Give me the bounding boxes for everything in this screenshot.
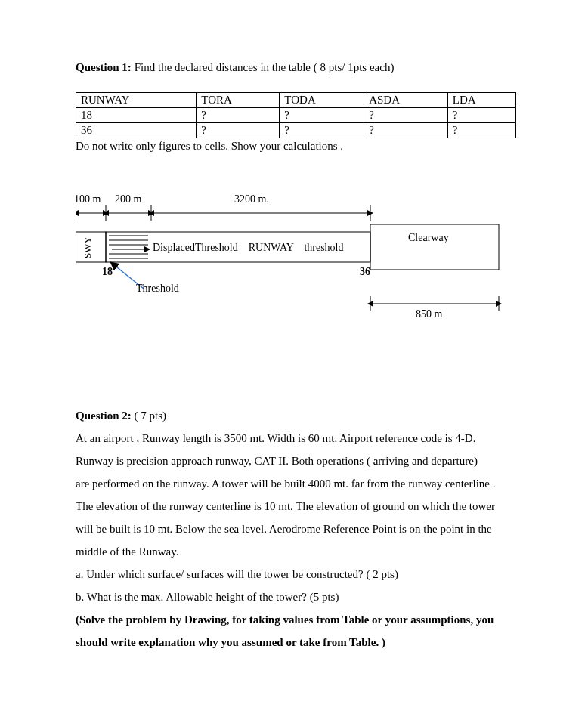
cell: ? — [280, 123, 364, 138]
question-2: Question 2: ( 7 pts) At an airport , Run… — [76, 406, 516, 651]
table-row: 18 ? ? ? ? — [76, 108, 516, 123]
runway-diagram: 100 m 200 m 3200 m. SWY DisplacedThresho… — [76, 190, 514, 341]
cell: ? — [364, 108, 448, 123]
q1-title: Question 1: — [76, 61, 132, 73]
threshold-callout: Threshold — [136, 283, 179, 295]
dim-100m: 100 m — [74, 193, 101, 205]
table-row: 36 ? ? ? ? — [76, 123, 516, 138]
cell: 18 — [76, 108, 197, 123]
q2-solve-line: should write explanation why you assumed… — [76, 633, 516, 651]
runway-svg — [76, 190, 514, 341]
clearway-label: Clearway — [408, 232, 449, 244]
q2-line: Runway is precision approach runway, CAT… — [76, 452, 516, 470]
runway-label: RUNWAY — [249, 242, 294, 253]
q2-title: Question 2: — [76, 409, 132, 422]
q1-prompt: Find the declared distances in the table… — [135, 61, 395, 73]
col-tora: TORA — [197, 93, 280, 108]
threshold-right-label: threshold — [304, 242, 343, 253]
cell: ? — [447, 123, 515, 138]
dim-3200m: 3200 m. — [234, 193, 269, 205]
swy-label: SWY — [82, 236, 94, 258]
runway-end-36: 36 — [360, 266, 370, 278]
col-lda: LDA — [447, 93, 515, 108]
cell: ? — [364, 123, 448, 138]
cell: 36 — [76, 123, 197, 138]
q2-part-b: b. What is the max. Allowable height of … — [76, 588, 516, 606]
q2-solve-line: (Solve the problem by Drawing, for takin… — [76, 610, 516, 629]
col-asda: ASDA — [364, 93, 448, 108]
col-runway: RUNWAY — [76, 93, 197, 108]
table-header-row: RUNWAY TORA TODA ASDA LDA — [76, 93, 516, 108]
displaced-threshold-label: DisplacedThreshold — [153, 242, 238, 253]
cell: ? — [447, 108, 515, 123]
dim-850m: 850 m — [416, 308, 442, 320]
q2-part-a: a. Under which surface/ surfaces will th… — [76, 565, 516, 583]
svg-rect-9 — [370, 224, 499, 270]
q2-line: are performed on the runway. A tower wil… — [76, 474, 516, 493]
question-1-heading: Question 1: Find the declared distances … — [76, 60, 516, 74]
cell: ? — [280, 108, 364, 123]
q2-line: middle of the Runway. — [76, 542, 516, 561]
col-toda: TODA — [280, 93, 364, 108]
q2-line: At an airport , Runway length is 3500 mt… — [76, 429, 516, 447]
q2-line: will be built is 10 mt. Below the sea le… — [76, 520, 516, 538]
cell: ? — [197, 123, 280, 138]
dim-200m: 200 m — [115, 193, 141, 205]
q2-pts: ( 7 pts) — [135, 409, 167, 422]
declared-distances-table: RUNWAY TORA TODA ASDA LDA 18 ? ? ? ? 36 … — [76, 92, 516, 138]
runway-end-18: 18 — [102, 266, 113, 278]
q1-note: Do not write only figures to cells. Show… — [76, 140, 516, 153]
cell: ? — [197, 108, 280, 123]
q2-line: The elevation of the runway centerline i… — [76, 497, 516, 515]
